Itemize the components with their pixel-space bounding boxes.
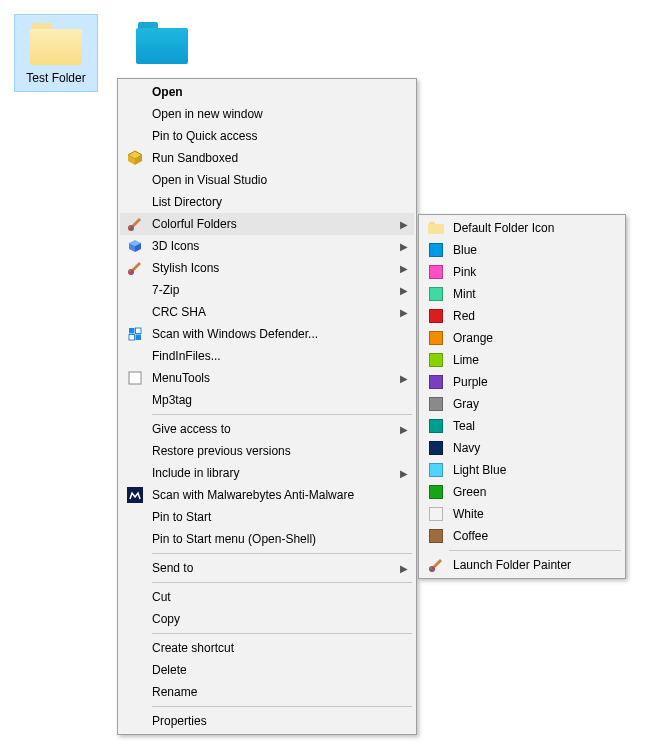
color-swatch-icon	[425, 263, 447, 281]
svg-point-3	[128, 225, 134, 231]
menu-separator	[449, 550, 621, 551]
sandbox-icon	[124, 149, 146, 167]
submenu-arrow-icon: ▶	[398, 307, 408, 318]
menu-item-find-in-files[interactable]: FindInFiles...	[120, 345, 414, 367]
svg-point-18	[429, 566, 435, 572]
color-item-white[interactable]: White	[421, 503, 623, 525]
menu-item-delete[interactable]: Delete	[120, 659, 414, 681]
desktop-folder[interactable]	[120, 14, 204, 76]
folder-icon	[30, 23, 82, 65]
svg-rect-12	[129, 328, 135, 334]
menu-item-colorful-folders[interactable]: Colorful Folders ▶	[120, 213, 414, 235]
menu-item-cut[interactable]: Cut	[120, 586, 414, 608]
menu-item-restore-previous[interactable]: Restore previous versions	[120, 440, 414, 462]
menu-separator	[152, 706, 412, 707]
color-swatch-icon	[425, 483, 447, 501]
menu-item-3d-icons[interactable]: 3D Icons ▶	[120, 235, 414, 257]
color-swatch-icon	[425, 505, 447, 523]
paint-brush-icon	[124, 215, 146, 233]
menu-item-pin-start[interactable]: Pin to Start	[120, 506, 414, 528]
menu-item-crc-sha[interactable]: CRC SHA ▶	[120, 301, 414, 323]
menu-separator	[152, 414, 412, 415]
menu-item-create-shortcut[interactable]: Create shortcut	[120, 637, 414, 659]
menu-item-mp3tag[interactable]: Mp3tag	[120, 389, 414, 411]
submenu-arrow-icon: ▶	[398, 424, 408, 435]
folder-icon	[136, 22, 188, 64]
color-swatch-icon	[425, 417, 447, 435]
color-item-coffee[interactable]: Coffee	[421, 525, 623, 547]
folder-label: Test Folder	[17, 71, 95, 85]
menu-separator	[152, 633, 412, 634]
menu-item-open-visual-studio[interactable]: Open in Visual Studio	[120, 169, 414, 191]
color-swatch-icon	[425, 527, 447, 545]
svg-point-4	[129, 226, 131, 228]
menu-item-run-sandboxed[interactable]: Run Sandboxed	[120, 147, 414, 169]
submenu-arrow-icon: ▶	[398, 241, 408, 252]
color-item-purple[interactable]: Purple	[421, 371, 623, 393]
menu-item-properties[interactable]: Properties	[120, 710, 414, 732]
cube-icon	[124, 237, 146, 255]
color-item-pink[interactable]: Pink	[421, 261, 623, 283]
menu-separator	[152, 553, 412, 554]
color-item-lime[interactable]: Lime	[421, 349, 623, 371]
submenu-arrow-icon: ▶	[398, 563, 408, 574]
menu-item-scan-defender[interactable]: Scan with Windows Defender...	[120, 323, 414, 345]
submenu-arrow-icon: ▶	[398, 219, 408, 230]
menu-item-give-access[interactable]: Give access to ▶	[120, 418, 414, 440]
submenu-colorful-folders: Default Folder Icon Blue Pink Mint Red O…	[418, 214, 626, 579]
menu-item-stylish-icons[interactable]: Stylish Icons ▶	[120, 257, 414, 279]
svg-rect-13	[136, 328, 142, 334]
menu-item-pin-quick-access[interactable]: Pin to Quick access	[120, 125, 414, 147]
menu-item-send-to[interactable]: Send to ▶	[120, 557, 414, 579]
svg-point-10	[129, 270, 131, 272]
menu-item-copy[interactable]: Copy	[120, 608, 414, 630]
paint-brush-icon	[124, 259, 146, 277]
svg-rect-14	[129, 335, 135, 341]
color-item-green[interactable]: Green	[421, 481, 623, 503]
color-swatch-icon	[425, 439, 447, 457]
menu-separator	[152, 582, 412, 583]
paint-brush-icon	[425, 556, 447, 574]
color-item-navy[interactable]: Navy	[421, 437, 623, 459]
color-item-teal[interactable]: Teal	[421, 415, 623, 437]
color-item-light-blue[interactable]: Light Blue	[421, 459, 623, 481]
svg-point-11	[131, 272, 133, 274]
menu-item-launch-folder-painter[interactable]: Launch Folder Painter	[421, 554, 623, 576]
svg-point-5	[131, 228, 133, 230]
folder-icon	[425, 219, 447, 237]
color-swatch-icon	[425, 307, 447, 325]
color-item-orange[interactable]: Orange	[421, 327, 623, 349]
color-item-gray[interactable]: Gray	[421, 393, 623, 415]
malwarebytes-icon	[124, 486, 146, 504]
color-swatch-icon	[425, 351, 447, 369]
menu-item-open-new-window[interactable]: Open in new window	[120, 103, 414, 125]
menu-item-menutools[interactable]: MenuTools ▶	[120, 367, 414, 389]
desktop-folder-selected[interactable]: Test Folder	[14, 14, 98, 92]
submenu-arrow-icon: ▶	[398, 468, 408, 479]
svg-point-19	[430, 567, 432, 569]
menu-item-include-library[interactable]: Include in library ▶	[120, 462, 414, 484]
submenu-arrow-icon: ▶	[398, 285, 408, 296]
menu-item-scan-malwarebytes[interactable]: Scan with Malwarebytes Anti-Malware	[120, 484, 414, 506]
submenu-arrow-icon: ▶	[398, 373, 408, 384]
menu-item-7zip[interactable]: 7-Zip ▶	[120, 279, 414, 301]
menu-item-rename[interactable]: Rename	[120, 681, 414, 703]
submenu-arrow-icon: ▶	[398, 263, 408, 274]
color-swatch-icon	[425, 285, 447, 303]
color-swatch-icon	[425, 329, 447, 347]
color-swatch-icon	[425, 395, 447, 413]
color-swatch-icon	[425, 461, 447, 479]
color-swatch-icon	[425, 373, 447, 391]
svg-point-9	[128, 269, 134, 275]
color-item-blue[interactable]: Blue	[421, 239, 623, 261]
menu-item-pin-start-openshell[interactable]: Pin to Start menu (Open-Shell)	[120, 528, 414, 550]
menu-item-open[interactable]: Open	[120, 81, 414, 103]
color-item-mint[interactable]: Mint	[421, 283, 623, 305]
svg-rect-16	[129, 372, 141, 384]
color-item-default[interactable]: Default Folder Icon	[421, 217, 623, 239]
menu-item-list-directory[interactable]: List Directory	[120, 191, 414, 213]
defender-shield-icon	[124, 325, 146, 343]
color-swatch-icon	[425, 241, 447, 259]
color-item-red[interactable]: Red	[421, 305, 623, 327]
svg-rect-15	[136, 335, 142, 341]
